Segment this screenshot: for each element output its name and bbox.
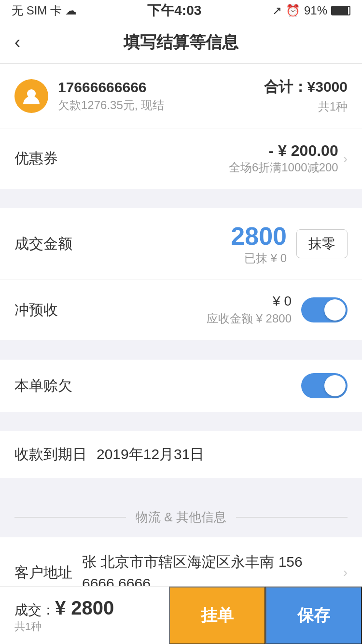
chong-right: ¥ 0 应收金额 ¥ 2800: [207, 294, 348, 326]
customer-row: 17666666666 欠款1276.35元, 现结 合计：¥3000 共1种: [0, 64, 362, 128]
divider-3: [0, 421, 362, 431]
sheqian-label: 本单赊欠: [14, 376, 72, 396]
date-value: 2019年12月31日: [97, 445, 204, 464]
save-button[interactable]: 保存: [265, 587, 362, 644]
deal-amount-label: 成交金额: [14, 234, 72, 254]
chong-label: 冲预收: [14, 300, 58, 320]
toggle-knob: [324, 299, 346, 321]
deal-amount-right: 2800 已抹 ¥ 0 抹零: [231, 222, 348, 266]
date-row: 收款到期日 2019年12月31日: [0, 431, 362, 478]
coupon-right: - ¥ 200.00 全场6折满1000减200 ›: [229, 142, 348, 175]
divider-2: [0, 350, 362, 360]
coupon-discount: - ¥ 200.00: [229, 142, 338, 160]
logistics-label: 物流 & 其他信息: [136, 509, 226, 526]
battery-icon: [331, 6, 350, 15]
customer-phone: 17666666666: [58, 79, 264, 96]
location-icon: ↗: [272, 4, 282, 17]
back-button[interactable]: ‹: [14, 34, 20, 51]
total-count: 共1种: [264, 99, 348, 114]
coupon-detail: - ¥ 200.00 全场6折满1000减200: [229, 142, 338, 175]
avatar: [14, 79, 48, 113]
chong-amounts: ¥ 0 应收金额 ¥ 2800: [207, 294, 292, 326]
status-right: ↗ ⏰ 91%: [272, 4, 350, 17]
deal-amount-value: 2800: [231, 222, 287, 251]
page-title: 填写结算等信息: [124, 31, 238, 54]
status-time: 下午4:03: [147, 1, 201, 20]
total-amount: 合计：¥3000: [264, 77, 348, 97]
bottom-deal-label: 成交：: [14, 602, 55, 617]
bottom-bar: 成交：¥ 2800 共1种 挂单 保存: [0, 586, 362, 644]
sheqian-section: 本单赊欠: [0, 360, 362, 412]
bottom-deal-row: 成交：¥ 2800: [14, 597, 154, 619]
chong-row: 冲预收 ¥ 0 应收金额 ¥ 2800: [0, 280, 362, 340]
customer-info: 17666666666 欠款1276.35元, 现结: [58, 79, 264, 113]
sim-status: 无 SIM 卡 ☁: [12, 3, 77, 18]
sheqian-row: 本单赊欠: [0, 360, 362, 412]
address-chevron-icon: ›: [343, 565, 348, 580]
battery-status: 91%: [304, 4, 327, 17]
customer-note: 欠款1276.35元, 现结: [58, 98, 264, 113]
coupon-row[interactable]: 优惠券 - ¥ 200.00 全场6折满1000减200 ›: [0, 128, 362, 189]
customer-total: 合计：¥3000 共1种: [264, 77, 348, 114]
coupon-chevron-icon: ›: [343, 151, 348, 167]
bottom-deal-count: 共1种: [14, 619, 154, 634]
hang-button[interactable]: 挂单: [169, 587, 265, 644]
chong-sub: 应收金额 ¥ 2800: [207, 311, 292, 326]
chong-toggle[interactable]: [301, 297, 348, 322]
logistics-line-right: [236, 517, 348, 518]
sheqian-toggle-knob: [324, 375, 346, 396]
logistics-line-left: [14, 517, 126, 518]
deal-section: 成交金额 2800 已抹 ¥ 0 抹零 冲预收 ¥ 0 应收金额 ¥ 2800: [0, 208, 362, 340]
divider-1: [0, 198, 362, 208]
chong-top: 冲预收 ¥ 0 应收金额 ¥ 2800: [14, 294, 348, 326]
date-section: 收款到期日 2019年12月31日: [0, 431, 362, 478]
customer-section: 17666666666 欠款1276.35元, 现结 合计：¥3000 共1种 …: [0, 64, 362, 189]
deal-amount-group: 2800 已抹 ¥ 0: [231, 222, 287, 266]
sheqian-toggle[interactable]: [301, 373, 348, 398]
nav-bar: ‹ 填写结算等信息: [0, 21, 362, 64]
date-label: 收款到期日: [14, 445, 87, 464]
coupon-label: 优惠券: [14, 149, 58, 168]
bottom-deal-info: 成交：¥ 2800 共1种: [0, 597, 169, 634]
round-zero-button[interactable]: 抹零: [296, 229, 348, 258]
alarm-icon: ⏰: [286, 4, 300, 17]
deal-already-rounded: 已抹 ¥ 0: [231, 251, 287, 266]
status-bar: 无 SIM 卡 ☁ 下午4:03 ↗ ⏰ 91%: [0, 0, 362, 21]
deal-amount-row: 成交金额 2800 已抹 ¥ 0 抹零: [0, 208, 362, 280]
chong-yuan: ¥ 0: [273, 294, 292, 309]
user-icon: [21, 86, 42, 106]
address-label: 客户地址: [14, 563, 82, 583]
coupon-desc: 全场6折满1000减200: [229, 160, 338, 175]
divider-4: [0, 488, 362, 497]
bottom-deal-amount: ¥ 2800: [55, 597, 114, 618]
logistics-header: 物流 & 其他信息: [0, 497, 362, 537]
status-left: 无 SIM 卡 ☁: [12, 3, 77, 18]
